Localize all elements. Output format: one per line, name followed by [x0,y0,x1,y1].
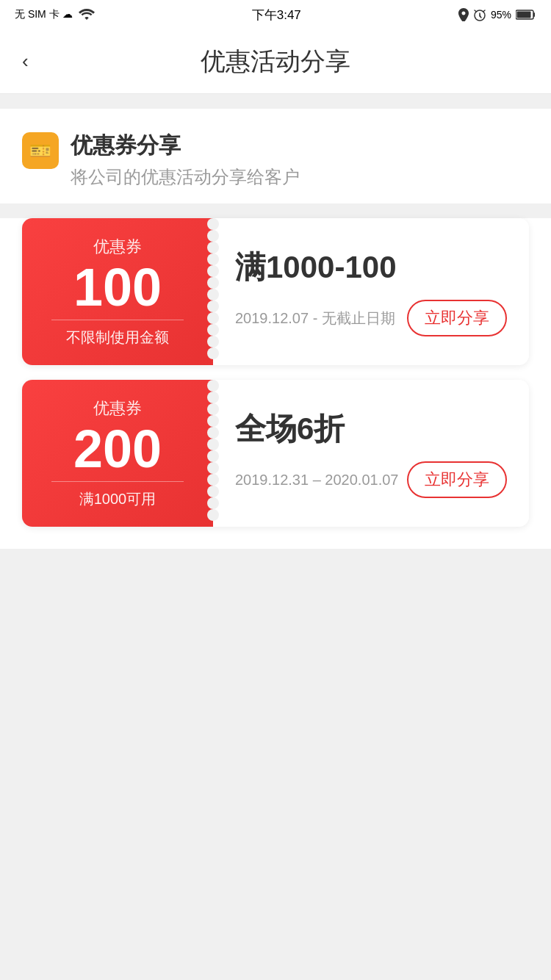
page-title: 优惠活动分享 [201,45,350,79]
coupons-list: 优惠券 100 不限制使用金额 满1000-100 2019.12.07 - 无… [0,218,551,549]
coupon-meta-1: 2019.12.07 - 无截止日期 立即分享 [235,300,507,336]
coupon-left-1: 优惠券 100 不限制使用金额 [22,218,213,365]
status-right: 95% [458,8,536,21]
status-left: 无 SIM 卡 ☁ [15,8,95,21]
coupon-value-1: 100 [73,261,162,314]
battery-icon [516,9,536,21]
section-subtitle: 将公司的优惠活动分享给客户 [71,165,300,189]
alarm-icon [473,8,486,21]
section-text: 优惠券分享 将公司的优惠活动分享给客户 [71,131,300,189]
battery-percentage: 95% [491,9,511,21]
share-button-1[interactable]: 立即分享 [407,300,507,336]
share-button-2[interactable]: 立即分享 [407,461,507,498]
coupon-date-2: 2019.12.31 – 2020.01.07 [235,472,398,489]
status-bar: 无 SIM 卡 ☁ 下午3:47 95% [0,0,551,29]
coupon-meta-2: 2019.12.31 – 2020.01.07 立即分享 [235,461,507,498]
svg-rect-2 [517,12,531,18]
empty-area [0,549,551,916]
section-title: 优惠券分享 [71,131,300,161]
coupon-title-1: 满1000-100 [235,247,507,288]
coupon-right-2: 全场6折 2019.12.31 – 2020.01.07 立即分享 [213,380,529,527]
location-icon [458,8,469,21]
coupon-right-1: 满1000-100 2019.12.07 - 无截止日期 立即分享 [213,218,529,365]
wifi-icon [79,9,95,21]
section-header: 🎫 优惠券分享 将公司的优惠活动分享给客户 [0,109,551,203]
coupon-condition-2: 满1000可用 [72,489,164,509]
section-icon: 🎫 [22,132,59,169]
serrated-edge-2 [206,380,220,527]
coupon-divider-2 [51,481,184,482]
nav-bar: ‹ 优惠活动分享 [0,29,551,94]
serrated-edge-1 [206,218,220,365]
coupon-value-2: 200 [73,422,162,475]
coupon-label-2: 优惠券 [93,397,142,419]
coupon-condition-1: 不限制使用金额 [59,328,176,347]
coupon-divider-1 [51,320,184,320]
coupon-card-2: 优惠券 200 满1000可用 全场6折 2019.12.31 – 2020.0… [22,380,529,527]
coupon-card-1: 优惠券 100 不限制使用金额 满1000-100 2019.12.07 - 无… [22,218,529,365]
coupon-date-1: 2019.12.07 - 无截止日期 [235,309,395,328]
status-time: 下午3:47 [252,7,301,24]
back-button[interactable]: ‹ [22,50,29,73]
coupon-label-1: 优惠券 [93,236,142,258]
coupon-title-2: 全场6折 [235,408,507,450]
coupon-left-2: 优惠券 200 满1000可用 [22,380,213,527]
sim-label: 无 SIM 卡 ☁ [15,8,73,21]
